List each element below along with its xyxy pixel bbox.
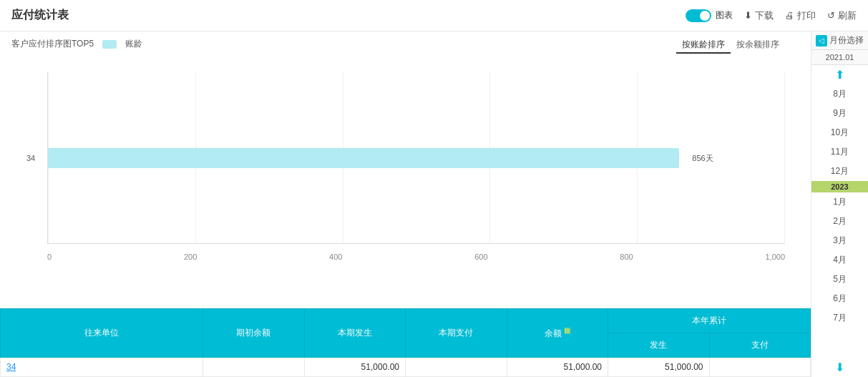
chart-plot: 856天 34 — [47, 72, 785, 244]
refresh-button[interactable]: ↺ 刷新 — [827, 9, 857, 22]
yue-cell: 51,000.00 — [507, 358, 608, 377]
page-title: 应付统计表 — [11, 8, 69, 23]
app-header: 应付统计表 图表 ⬇ 下载 🖨 打印 ↺ 刷新 — [0, 0, 868, 31]
x-label-400: 400 — [329, 253, 342, 261]
sidebar-month-5[interactable]: 5月 — [811, 270, 868, 289]
th-leiji-zhifu: 支付 — [709, 333, 811, 358]
x-label-1000: 1,000 — [765, 253, 785, 261]
sidebar-down-btn[interactable]: ⬇ — [811, 358, 868, 377]
th-qichu: 期初余额 — [203, 309, 305, 358]
x-label-600: 600 — [474, 253, 487, 261]
legend-text: 客户应付排序图TOP5 — [11, 38, 94, 50]
th-leiji: 本年累计 — [608, 309, 811, 333]
legend-color-swatch — [102, 40, 117, 49]
table-section: 往来单位 期初余额 本期发生 本期支付 余额 ▦ 本年累计 发生 — [0, 308, 811, 377]
sidebar-up-btn[interactable]: ⬆ — [811, 65, 868, 84]
leiji-fasheng-cell: 51,000.00 — [608, 358, 710, 377]
print-button[interactable]: 🖨 打印 — [785, 9, 816, 22]
legend-item-label: 账龄 — [125, 38, 142, 50]
sidebar-month-11[interactable]: 11月 — [811, 142, 868, 162]
th-fasheng: 本期发生 — [304, 309, 406, 358]
th-unit: 往来单位 — [1, 309, 203, 358]
qichu-cell — [203, 358, 305, 377]
refresh-icon: ↺ — [827, 10, 835, 21]
sidebar-month-12[interactable]: 12月 — [811, 162, 868, 181]
sidebar-month-6[interactable]: 6月 — [811, 289, 868, 308]
sidebar-month-10[interactable]: 10月 — [811, 123, 868, 142]
unit-cell[interactable]: 34 — [1, 358, 203, 377]
sort-tabs: 按账龄排序 按余额排序 — [676, 37, 799, 54]
sidebar-month-8[interactable]: 8月 — [811, 84, 868, 104]
x-label-800: 800 — [620, 253, 633, 261]
print-label: 打印 — [797, 9, 816, 22]
chart-area: 856天 34 0 200 400 600 800 1,000 — [0, 57, 811, 308]
toggle-knob — [700, 11, 710, 21]
table-row: 34 51,000.00 51,000.00 51,000.00 — [1, 358, 811, 377]
sidebar-month-4[interactable]: 4月 — [811, 250, 868, 270]
sort-tab-age[interactable]: 按账龄排序 — [676, 37, 731, 54]
print-icon: 🖨 — [785, 10, 794, 21]
sidebar-month-1[interactable]: 1月 — [811, 192, 868, 212]
th-leiji-fasheng: 发生 — [608, 333, 710, 358]
sidebar-month-header: 月份选择 — [829, 34, 864, 46]
sidebar: ◁ 月份选择 2021.01 ⬆ 8月 9月 10月 11月 12月 2023 … — [811, 31, 868, 377]
download-button[interactable]: ⬇ 下载 — [744, 9, 774, 22]
main-content: 客户应付排序图TOP5 账龄 按账龄排序 按余额排序 — [0, 31, 868, 377]
data-table: 往来单位 期初余额 本期发生 本期支付 余额 ▦ 本年累计 发生 — [0, 308, 811, 377]
th-yue: 余额 ▦ — [507, 309, 608, 358]
chart-toggle[interactable] — [686, 9, 711, 22]
sidebar-year-marker: 2023 — [811, 181, 868, 192]
sidebar-month-3[interactable]: 3月 — [811, 231, 868, 250]
sidebar-month-7[interactable]: 7月 — [811, 308, 868, 328]
chart-bar: 856天 — [48, 148, 679, 168]
header-actions: 图表 ⬇ 下载 🖨 打印 ↺ 刷新 — [686, 9, 857, 22]
refresh-label: 刷新 — [838, 9, 857, 22]
yue-flag: ▦ — [564, 326, 570, 334]
zhifu-cell — [406, 358, 507, 377]
chart-toggle-label: 图表 — [716, 9, 733, 21]
chart-section: 客户应付排序图TOP5 账龄 按账龄排序 按余额排序 — [0, 31, 811, 377]
sidebar-month-2[interactable]: 2月 — [811, 212, 868, 231]
x-axis-labels: 0 200 400 600 800 1,000 — [47, 248, 785, 265]
chart-legend: 客户应付排序图TOP5 账龄 — [11, 38, 142, 50]
x-label-0: 0 — [47, 253, 52, 261]
y-axis-label: 34 — [26, 154, 35, 162]
sidebar-scroll[interactable]: 8月 9月 10月 11月 12月 2023 1月 2月 3月 4月 5月 6月… — [811, 84, 868, 358]
th-zhifu: 本期支付 — [406, 309, 507, 358]
fasheng-cell: 51,000.00 — [304, 358, 406, 377]
chart-wrapper: 856天 34 0 200 400 600 800 1,000 — [19, 65, 799, 265]
x-label-200: 200 — [184, 253, 197, 261]
bar-end-label: 856天 — [692, 152, 713, 163]
sort-tab-balance[interactable]: 按余额排序 — [731, 37, 785, 54]
leiji-zhifu-cell — [709, 358, 811, 377]
download-icon: ⬇ — [744, 10, 752, 21]
download-label: 下载 — [755, 9, 774, 22]
sidebar-month-9[interactable]: 9月 — [811, 104, 868, 123]
chart-toggle-container[interactable]: 图表 — [686, 9, 733, 22]
sidebar-year-month: 2021.01 — [811, 50, 868, 65]
sidebar-expand-btn[interactable]: ◁ — [816, 35, 827, 46]
